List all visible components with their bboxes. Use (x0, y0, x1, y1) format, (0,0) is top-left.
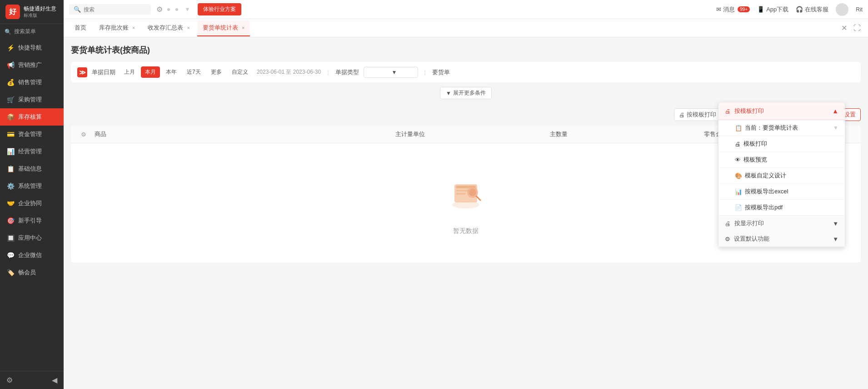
sidebar-item-sales[interactable]: 💰 销售管理 (0, 74, 64, 91)
dropdown-item-export-pdf[interactable]: 📄 按模板导出pdf (718, 200, 845, 215)
topbar-search-input[interactable] (84, 6, 143, 13)
tab-home[interactable]: 首页 (69, 20, 92, 36)
app-download-item[interactable]: 📱 App下载 (757, 5, 788, 14)
topbar-search-icon: 🔍 (74, 6, 81, 13)
filter-toggle-button[interactable]: ≫ (77, 67, 87, 77)
template-print-content: 🖨 模板打印 (735, 140, 767, 148)
svg-point-6 (469, 189, 476, 196)
collab-icon: 🤝 (6, 200, 15, 207)
expand-icon: ▼ (446, 90, 451, 96)
app-logo-icon: 好 (5, 5, 20, 19)
sidebar-item-inventory[interactable]: 📦 库存核算 (0, 108, 64, 126)
topbar-gear-icon[interactable]: ⚙ (156, 5, 163, 14)
date-btn-this-month[interactable]: 本月 (141, 66, 160, 78)
doc-type-more-label: 要货单 (432, 68, 450, 76)
online-support-item[interactable]: 🎧 在线客服 (796, 5, 828, 14)
dropdown-header[interactable]: 🖨 按模板打印 ▲ (718, 102, 845, 120)
basic-icon: 📋 (6, 165, 15, 172)
dropdown-item-template-custom[interactable]: 🎨 模板自定义设计 (718, 168, 845, 184)
system-icon: ⚙️ (6, 182, 15, 190)
topbar-search-box[interactable]: 🔍 (69, 4, 151, 15)
dropdown-current-section: 📋 当前：要货单统计表 ▼ (718, 120, 845, 136)
tabs-bar: 首页 库存批次账 × 收发存汇总表 × 要货单统计表 × ✕ ⛶ (64, 19, 868, 37)
sidebar-item-label: 销售管理 (18, 78, 42, 86)
tab-order-stats[interactable]: 要货单统计表 × (197, 20, 250, 36)
print-template-dropdown: 🖨 按模板打印 ▲ 📋 当前：要货单统计表 ▼ 🖨 (718, 102, 845, 247)
template-custom-content: 🎨 模板自定义设计 (735, 172, 786, 180)
date-btn-last-7-days[interactable]: 近7天 (183, 66, 205, 78)
sidebar-item-wecom[interactable]: 💬 企业微信 (0, 247, 64, 264)
sidebar-item-appstore[interactable]: 🔲 应用中心 (0, 229, 64, 247)
close-window-icon[interactable]: ✕ (839, 22, 849, 34)
sidebar-logo: 好 畅捷通好生意 标准版 (0, 0, 64, 24)
finance-icon: 💳 (6, 131, 15, 138)
sidebar-search[interactable]: 🔍 搜索菜单 (0, 24, 64, 39)
sidebar-item-quick-nav[interactable]: ⚡ 快捷导航 (0, 39, 64, 56)
sidebar-item-label: 应用中心 (18, 234, 42, 242)
topbar: 🔍 ⚙ ▼ 体验行业方案 ✉ 消息 99+ 📱 App下载 🎧 在线客服 (64, 0, 868, 19)
template-preview-content: 👁 模板预览 (735, 156, 767, 164)
date-btn-more[interactable]: 更多 (207, 66, 226, 78)
empty-text: 暂无数据 (453, 227, 479, 235)
sidebar-item-member[interactable]: 🏷️ 畅会员 (0, 264, 64, 281)
dropdown-item-template-preview[interactable]: 👁 模板预览 (718, 152, 845, 168)
sidebar-item-operation[interactable]: 📊 经营管理 (0, 143, 64, 160)
messages-item[interactable]: ✉ 消息 99+ (716, 5, 750, 14)
default-func-chevron: ▼ (833, 236, 838, 242)
dropdown-current-item[interactable]: 📋 当前：要货单统计表 ▼ (718, 120, 845, 136)
search-icon: 🔍 (5, 29, 11, 35)
date-btn-prev-month[interactable]: 上月 (120, 66, 139, 78)
doc-type-select[interactable]: ▼ (364, 67, 418, 78)
industry-plan-button[interactable]: 体验行业方案 (198, 3, 241, 15)
sidebar-item-basic[interactable]: 📋 基础信息 (0, 160, 64, 177)
sidebar-item-system[interactable]: ⚙️ 系统管理 (0, 177, 64, 195)
sidebar-item-purchase[interactable]: 🛒 采购管理 (0, 91, 64, 108)
app-name-block: 畅捷通好生意 标准版 (24, 5, 56, 19)
user-avatar-item[interactable] (836, 3, 848, 16)
default-func-group[interactable]: ⚙ 设置默认功能 ▼ (718, 231, 845, 247)
operation-icon: 📊 (6, 148, 15, 155)
settings-label: 设置 (844, 111, 856, 119)
wecom-icon: 💬 (6, 252, 15, 259)
expand-window-icon[interactable]: ⛶ (852, 22, 863, 34)
sidebar-item-finance[interactable]: 💳 资金管理 (0, 126, 64, 143)
messages-badge: 99+ (738, 6, 750, 12)
settings-bottom-icon[interactable]: ⚙ (6, 376, 13, 384)
tab-batch-account-close[interactable]: × (132, 25, 135, 30)
default-func-label: 设置默认功能 (734, 235, 769, 243)
dropdown-item-export-excel[interactable]: 📊 按模板导出excel (718, 184, 845, 200)
sidebar: 好 畅捷通好生意 标准版 🔍 搜索菜单 ⚡ 快捷导航 📢 营销推广 💰 销售管理… (0, 0, 64, 389)
date-btn-this-year[interactable]: 本年 (162, 66, 181, 78)
dropdown-item-template-print[interactable]: 🖨 模板打印 (718, 136, 845, 152)
template-custom-label: 模板自定义设计 (745, 172, 786, 180)
export-pdf-icon: 📄 (735, 204, 742, 211)
support-icon: 🎧 (796, 6, 803, 13)
expand-more-conditions-button[interactable]: ▼ 展开更多条件 (440, 87, 492, 99)
content-area: 要货单统计表(按商品) ≫ 单据日期 上月 本月 本年 近7天 更多 自定义 2… (64, 37, 868, 389)
th-settings[interactable]: ⚙ (77, 131, 91, 138)
template-print-label: 模板打印 (743, 140, 767, 148)
default-func-left: ⚙ 设置默认功能 (725, 235, 769, 243)
sidebar-item-marketing[interactable]: 📢 营销推广 (0, 56, 64, 74)
main-area: 🔍 ⚙ ▼ 体验行业方案 ✉ 消息 99+ 📱 App下载 🎧 在线客服 (64, 0, 868, 389)
tab-home-label: 首页 (75, 24, 86, 32)
export-pdf-label: 按模板导出pdf (745, 203, 783, 212)
collapse-sidebar-icon[interactable]: ◀ (52, 376, 57, 384)
page-title: 要货单统计表(按商品) (71, 45, 861, 56)
display-print-group[interactable]: 🖨 按显示打印 ▼ (718, 216, 845, 231)
tab-order-stats-close[interactable]: × (242, 25, 244, 30)
tab-batch-account[interactable]: 库存批次账 × (94, 20, 140, 36)
date-btn-custom[interactable]: 自定义 (228, 66, 252, 78)
sidebar-item-collab[interactable]: 🤝 企业协同 (0, 195, 64, 212)
tab-receipt-summary[interactable]: 收发存汇总表 × (142, 20, 195, 36)
th-product: 商品 (91, 130, 392, 138)
appstore-icon: 🔲 (6, 234, 15, 242)
sidebar-nav: ⚡ 快捷导航 📢 营销推广 💰 销售管理 🛒 采购管理 📦 库存核算 💳 资金管… (0, 39, 64, 371)
sidebar-item-label: 库存核算 (18, 113, 42, 121)
sidebar-search-label: 搜索菜单 (14, 28, 36, 35)
tab-receipt-summary-close[interactable]: × (187, 25, 190, 30)
sidebar-item-label: 资金管理 (18, 130, 42, 138)
sidebar-item-guide[interactable]: 🎯 新手引导 (0, 212, 64, 229)
export-excel-icon: 📊 (735, 188, 742, 195)
user-avatar (836, 3, 848, 16)
